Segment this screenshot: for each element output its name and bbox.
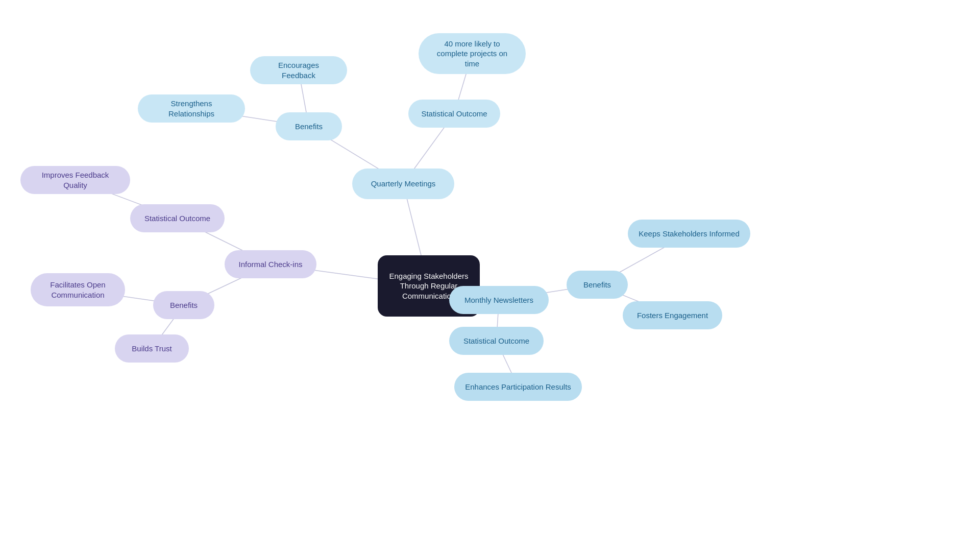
node-label-stat_qm: Statistical Outcome — [421, 109, 487, 119]
node-benefits_ic: Benefits — [153, 291, 214, 319]
node-quarterly: Quarterly Meetings — [352, 169, 454, 199]
node-label-keeps: Keeps Stakeholders Informed — [639, 229, 740, 239]
node-informal: Informal Check-ins — [225, 250, 316, 278]
node-label-strengthens: Strengthens Relationships — [148, 99, 235, 118]
node-label-fosters: Fosters Engagement — [637, 310, 708, 321]
node-label-encourages: Encourages Feedback — [260, 60, 337, 80]
node-improves: Improves Feedback Quality — [20, 166, 130, 194]
node-label-benefits_qm: Benefits — [295, 122, 323, 132]
node-facilitates: Facilitates Open Communication — [31, 273, 125, 306]
node-label-informal: Informal Check-ins — [238, 259, 302, 270]
node-label-facilitates: Facilitates Open Communication — [41, 280, 115, 300]
node-enhances: Enhances Participation Results — [454, 373, 582, 401]
node-stat_qm: Statistical Outcome — [408, 100, 500, 128]
mindmap-container: Engaging Stakeholders Through Regular Co… — [0, 0, 980, 553]
node-encourages: Encourages Feedback — [250, 56, 347, 84]
node-label-enhances: Enhances Participation Results — [465, 382, 571, 392]
node-label-forty: 40 more likely to complete projects on t… — [429, 39, 516, 69]
node-benefits_qm: Benefits — [276, 112, 342, 140]
node-label-builds: Builds Trust — [132, 344, 172, 354]
node-label-benefits_mn: Benefits — [583, 280, 611, 290]
node-label-stat_ic: Statistical Outcome — [144, 213, 210, 224]
node-strengthens: Strengthens Relationships — [138, 94, 245, 123]
node-stat_ic: Statistical Outcome — [130, 204, 225, 232]
node-stat_mn: Statistical Outcome — [449, 327, 544, 355]
node-label-benefits_ic: Benefits — [170, 300, 198, 310]
connections-svg — [0, 0, 980, 553]
node-label-improves: Improves Feedback Quality — [31, 170, 120, 190]
node-keeps: Keeps Stakeholders Informed — [628, 220, 750, 248]
node-builds: Builds Trust — [115, 334, 189, 363]
node-label-monthly: Monthly Newsletters — [464, 295, 533, 305]
node-label-stat_mn: Statistical Outcome — [463, 336, 529, 346]
node-forty: 40 more likely to complete projects on t… — [419, 33, 526, 74]
node-benefits_mn: Benefits — [567, 271, 628, 299]
node-monthly: Monthly Newsletters — [449, 286, 549, 314]
node-label-quarterly: Quarterly Meetings — [371, 179, 436, 189]
node-fosters: Fosters Engagement — [623, 301, 722, 329]
